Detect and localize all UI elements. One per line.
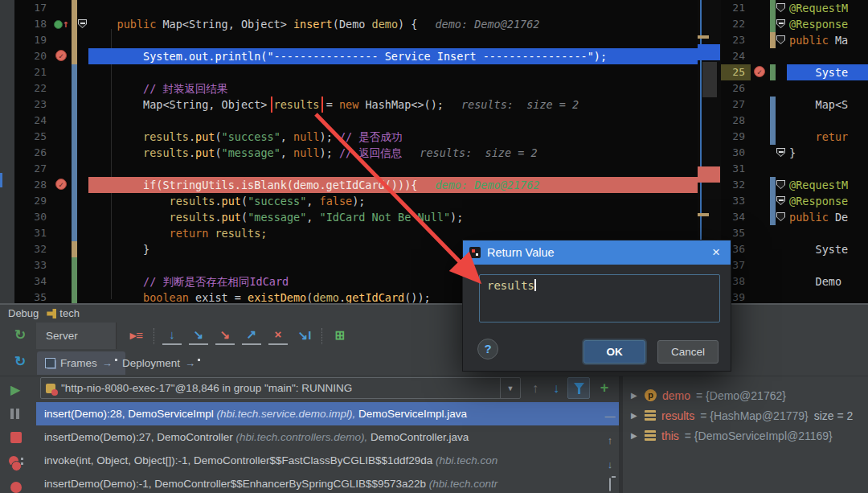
debug-panel: Debugtech ↻ Server ▸≡↓↘↘↗×↘I⊞ ↻ Frames →… [0, 303, 868, 493]
gutter-slot [52, 225, 72, 241]
thread-selector[interactable]: "http-nio-8080-exec-17"@18,846 in group … [40, 377, 521, 399]
expand-caret-icon[interactable]: ▶ [631, 411, 639, 420]
code-text: if(StringUtils.isBlank(demo.getIdCard())… [88, 177, 698, 193]
code-line-26: 26 results.put("message", null); // 返回信息… [14, 145, 698, 161]
step-over-icon[interactable]: ↓ [162, 327, 182, 345]
tab-server[interactable]: Server [36, 323, 117, 349]
scrollbar-thumb[interactable] [702, 62, 717, 97]
fold-marker-icon[interactable] [776, 3, 785, 12]
stop-button[interactable] [10, 432, 22, 443]
close-icon[interactable]: × [708, 244, 724, 261]
force-step-into-icon[interactable]: ↘ [215, 327, 235, 345]
dialog-title-bar[interactable]: Return Value × [463, 240, 731, 265]
resume-button[interactable]: ▶ [10, 382, 20, 397]
next-frame-button[interactable]: ↓ [546, 377, 567, 399]
code-text [88, 113, 698, 129]
inline-debugger-hint: demo: Demo@21762 [435, 18, 539, 31]
gutter-slot: ↑ [52, 16, 72, 32]
gutter-slot [52, 193, 72, 209]
frames-icon [45, 358, 55, 368]
code-text: Demo [787, 273, 868, 290]
step-into-icon[interactable]: ↘ [189, 327, 208, 345]
variable-name: this [661, 429, 679, 442]
sync-icon[interactable]: ↻ [11, 353, 29, 371]
fold-slot [776, 32, 787, 48]
chevron-down-icon[interactable]: ▼ [500, 378, 520, 398]
inline-debugger-hint: demo: Demo@21762 [435, 179, 539, 191]
ok-button[interactable]: OK [583, 340, 645, 364]
line-number: 21 [14, 64, 52, 80]
scrollbar-change-mark [698, 35, 709, 39]
app-icon [469, 247, 481, 258]
pause-button[interactable] [10, 408, 22, 422]
thread-extra-button[interactable]: + [594, 377, 615, 399]
fold-marker-icon[interactable] [776, 180, 785, 189]
fold-slot [77, 48, 88, 64]
code-text [787, 80, 868, 97]
fold-marker-icon[interactable] [776, 148, 785, 157]
run-to-cursor-icon[interactable]: ↘I [295, 327, 314, 344]
stack-frame-row[interactable]: insert(Demo):28, DemoServiceImpl (hbi.te… [36, 402, 619, 425]
debug-toolbar: ↻ Server ▸≡↓↘↘↗×↘I⊞ [0, 323, 868, 349]
code-text: Syste [787, 64, 868, 80]
gutter-slot [751, 48, 770, 64]
scroll-up-icon[interactable]: ↑ [603, 430, 617, 454]
run-config-icon [47, 309, 56, 318]
tab-frames[interactable]: Frames → [37, 351, 125, 375]
tab-arrow-icon: → [185, 357, 195, 369]
stack-frame-row[interactable]: insertDemo(Demo):-1, DemoController$$Enh… [36, 472, 619, 493]
tab-deployment[interactable]: Deployment → [114, 351, 208, 375]
show-execution-point-icon[interactable]: ▸≡ [127, 327, 146, 344]
gutter-slot [751, 257, 770, 273]
stack-frame-row[interactable]: invoke(int, Object, Object[]):-1, DemoCo… [36, 449, 619, 472]
collapse-icon[interactable]: — [603, 406, 617, 430]
variable-row[interactable]: ▶pdemo = {Demo@21762} [623, 385, 868, 405]
vcs-change-marker [72, 193, 77, 209]
clipboard-icon[interactable] [609, 478, 611, 491]
implements-icon[interactable] [54, 20, 63, 29]
fold-marker-icon[interactable] [776, 196, 785, 205]
evaluate-expression-icon[interactable]: ⊞ [330, 327, 350, 344]
breakpoint-icon[interactable]: ✓ [754, 66, 765, 77]
expand-caret-icon[interactable]: ▶ [631, 431, 639, 440]
expand-caret-icon[interactable]: ▶ [631, 391, 639, 400]
override-arrow-icon[interactable]: ↑ [63, 16, 69, 32]
fold-marker-icon[interactable] [78, 19, 87, 28]
prev-frame-button[interactable]: ↑ [525, 377, 546, 399]
rerun-icon[interactable]: ↻ [11, 327, 29, 344]
code-line-24: 24 [721, 48, 868, 64]
fold-slot [77, 145, 88, 161]
hide-frames-filter-button[interactable] [567, 377, 590, 399]
breakpoint-icon[interactable]: ✓ [55, 179, 67, 190]
view-breakpoints-button[interactable] [9, 456, 23, 469]
line-number: 29 [14, 193, 52, 209]
variable-row[interactable]: ▶this = {DemoServiceImpl@21169} [623, 425, 868, 446]
step-out-icon[interactable]: ↗ [242, 327, 261, 345]
return-value-input[interactable]: results [479, 274, 720, 323]
fold-slot [77, 209, 88, 225]
gutter-slot [751, 16, 770, 32]
gutter-slot [751, 0, 770, 16]
code-line-23: 23 Map<String, Object> results = new Has… [14, 97, 698, 113]
fold-marker-icon[interactable] [776, 35, 785, 44]
code-line-22: 22@Response [721, 16, 868, 32]
line-number: 26 [14, 145, 52, 161]
cancel-button[interactable]: Cancel [657, 340, 719, 364]
breakpoint-icon[interactable]: ✓ [55, 50, 67, 61]
text-caret [534, 279, 536, 291]
help-button[interactable]: ? [477, 339, 498, 359]
variable-row[interactable]: ▶results = {HashMap@21779} size = 2 [623, 405, 868, 425]
variable-name: demo [662, 389, 690, 402]
code-text [787, 225, 868, 241]
code-text: @RequestM [787, 177, 868, 193]
drop-frame-icon[interactable]: × [268, 327, 288, 345]
editor-right[interactable]: 21@RequestM22@Response23public Ma2425✓ S… [721, 0, 868, 303]
stack-frame-row[interactable]: insertDemo(Demo):27, DemoController (hbi… [36, 425, 619, 449]
line-number: 21 [721, 0, 751, 16]
fold-marker-icon[interactable] [776, 19, 785, 28]
fold-marker-icon[interactable] [776, 212, 785, 221]
mute-breakpoints-button[interactable] [10, 482, 22, 493]
gutter-slot [52, 129, 72, 145]
scroll-down-icon[interactable]: ↓ [603, 454, 617, 479]
gutter-slot [751, 209, 770, 225]
